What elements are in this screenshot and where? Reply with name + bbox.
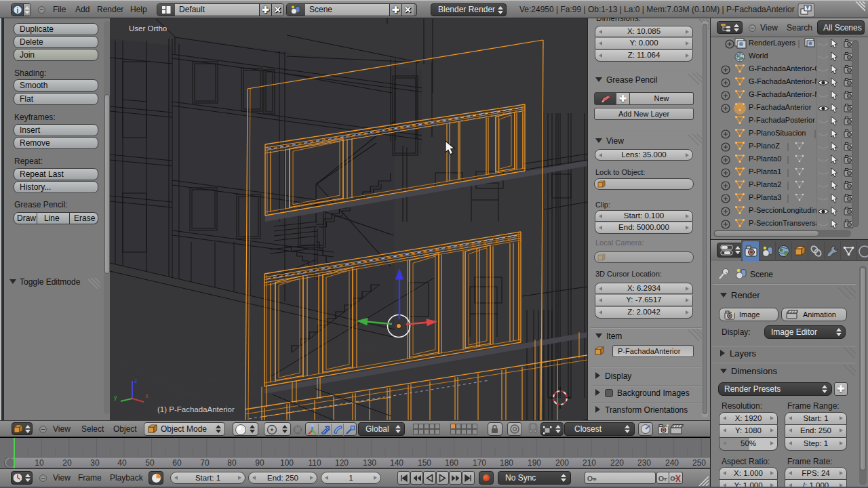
- svg-text:y: y: [114, 394, 117, 401]
- svg-text:User Ortho: User Ortho: [129, 24, 167, 33]
- svg-text:x: x: [145, 392, 149, 399]
- svg-text:i: i: [17, 7, 19, 14]
- svg-text:(1) P-FachadaAnterior: (1) P-FachadaAnterior: [157, 405, 235, 413]
- svg-text:z: z: [134, 378, 138, 384]
